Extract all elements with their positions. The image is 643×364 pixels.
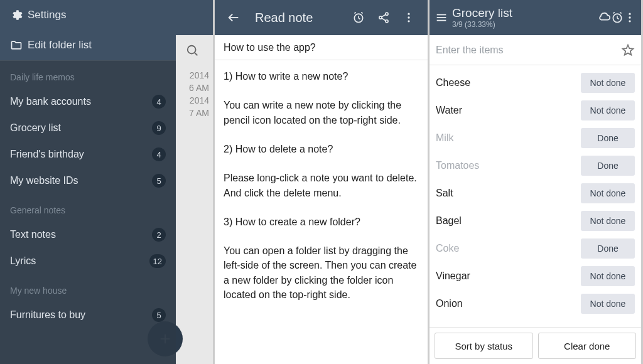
folder-count: 9 (152, 121, 166, 135)
grocery-item: SaltNot done (436, 179, 635, 207)
note-title: How to use the app? (215, 35, 428, 60)
svg-line-24 (613, 13, 615, 14)
drawer-settings[interactable]: Settings (0, 0, 176, 30)
svg-point-27 (629, 16, 630, 18)
drawer-edit-folder[interactable]: Edit folder list (0, 30, 176, 60)
grocery-title: Grocery list (452, 6, 597, 20)
not-done-button[interactable]: Not done (581, 294, 635, 314)
done-button[interactable]: Done (581, 128, 635, 148)
bg-date-1: 6 AM (189, 82, 209, 94)
item-name: Water (436, 105, 462, 116)
folder-count: 4 (152, 95, 166, 109)
item-name: Coke (436, 243, 459, 254)
svg-line-8 (354, 13, 356, 14)
folder-name: Lyrics (10, 255, 36, 267)
folder-name: My website IDs (10, 175, 78, 186)
svg-point-16 (408, 16, 409, 18)
done-button[interactable]: Done (581, 156, 635, 176)
grocery-subtitle: 3/9 (33.33%) (452, 20, 597, 29)
overflow-menu[interactable] (396, 5, 421, 30)
svg-point-15 (408, 13, 409, 15)
sort-button[interactable]: Sort by status (435, 333, 533, 359)
folder-item[interactable]: Grocery list9 (0, 115, 176, 141)
grocery-item: MilkDone (436, 124, 635, 152)
grocery-item: VinegarNot done (436, 262, 635, 290)
bg-date-2: 2014 (189, 94, 209, 107)
star-icon[interactable] (621, 43, 635, 57)
item-name: Salt (436, 188, 453, 199)
drawer-edit-folder-label: Edit folder list (28, 39, 92, 51)
appbar-grocery: Grocery list 3/9 (33.33%) (430, 0, 641, 35)
item-input[interactable] (436, 45, 621, 56)
drawer-top: Settings Edit folder list (0, 0, 176, 60)
gear-icon (10, 9, 28, 21)
svg-point-17 (408, 20, 409, 22)
item-name: Vinegar (436, 270, 470, 282)
folder-name: Grocery list (10, 122, 61, 134)
folder-item[interactable]: Friend's birthday4 (0, 141, 176, 168)
alarm-button[interactable] (611, 11, 624, 24)
svg-line-7 (359, 18, 360, 19)
note-title-text: How to use the app? (224, 42, 316, 53)
svg-point-28 (629, 20, 630, 22)
section-label: My new house (0, 274, 176, 302)
grocery-item: CokeDone (436, 235, 635, 262)
appbar-read-note: Read note (215, 0, 428, 35)
search-icon[interactable] (173, 35, 213, 67)
entry-row (430, 35, 641, 65)
appbar-titles: Grocery list 3/9 (33.33%) (452, 6, 597, 29)
folder-item[interactable]: Furnitures to buy5 (0, 302, 176, 328)
panel-drawer: 2014 6 AM 2014 7 AM Settings Edit folder… (0, 0, 215, 364)
grocery-items: CheeseNot doneWaterNot doneMilkDoneTomat… (430, 65, 641, 327)
item-name: Onion (436, 298, 463, 309)
folder-icon (10, 39, 28, 51)
cloud-button[interactable] (597, 11, 611, 24)
overflow-menu[interactable] (624, 11, 636, 24)
folder-count: 4 (152, 147, 166, 161)
navigation-drawer: Settings Edit folder list Daily life mem… (0, 0, 176, 364)
back-button[interactable] (221, 5, 246, 30)
bg-date-3: 7 AM (189, 107, 209, 119)
folder-item[interactable]: Text notes2 (0, 222, 176, 248)
drawer-settings-label: Settings (28, 9, 66, 21)
folder-count: 12 (149, 254, 166, 268)
alarm-button[interactable] (346, 5, 371, 30)
folder-item[interactable]: My bank accounts4 (0, 88, 176, 115)
not-done-button[interactable]: Not done (581, 73, 635, 93)
not-done-button[interactable]: Not done (581, 100, 635, 120)
grocery-item: OnionNot done (436, 290, 635, 318)
svg-line-23 (617, 18, 619, 19)
bg-date-0: 2014 (189, 69, 209, 82)
share-button[interactable] (371, 5, 396, 30)
folder-name: Friend's birthday (10, 149, 84, 160)
grocery-item: TomatoesDone (436, 152, 635, 179)
menu-button[interactable] (435, 11, 448, 24)
clear-button[interactable]: Clear done (538, 333, 637, 359)
svg-line-13 (382, 14, 386, 17)
folder-item[interactable]: Lyrics12 (0, 248, 176, 274)
folder-name: My bank accounts (10, 96, 91, 107)
not-done-button[interactable]: Not done (581, 211, 635, 231)
not-done-button[interactable]: Not done (581, 183, 635, 203)
done-button[interactable]: Done (581, 238, 635, 259)
not-done-button[interactable]: Not done (581, 266, 635, 286)
folder-count: 5 (152, 308, 166, 322)
panel-grocery-list: Grocery list 3/9 (33.33%) CheeseNot done… (430, 0, 643, 364)
section-label: General notes (0, 194, 176, 222)
panel-read-note: Read note How to use the app? 1) How to … (215, 0, 430, 364)
section-label: Daily life memos (0, 61, 176, 88)
item-name: Bagel (436, 215, 462, 227)
folder-count: 5 (152, 174, 166, 188)
bottom-actions: Sort by status Clear done (430, 327, 641, 364)
folder-item[interactable]: My website IDs5 (0, 168, 176, 194)
svg-line-1 (195, 53, 198, 56)
svg-point-26 (629, 13, 630, 15)
grocery-item: CheeseNot done (436, 69, 635, 97)
underlay-dates: 2014 6 AM 2014 7 AM (189, 69, 209, 119)
note-body: 1) How to write a new note? You can writ… (215, 60, 428, 311)
appbar-title: Read note (255, 11, 346, 25)
svg-line-9 (361, 13, 363, 14)
item-name: Milk (436, 132, 453, 144)
folder-name: Furnitures to buy (10, 309, 85, 321)
svg-line-14 (382, 18, 386, 21)
